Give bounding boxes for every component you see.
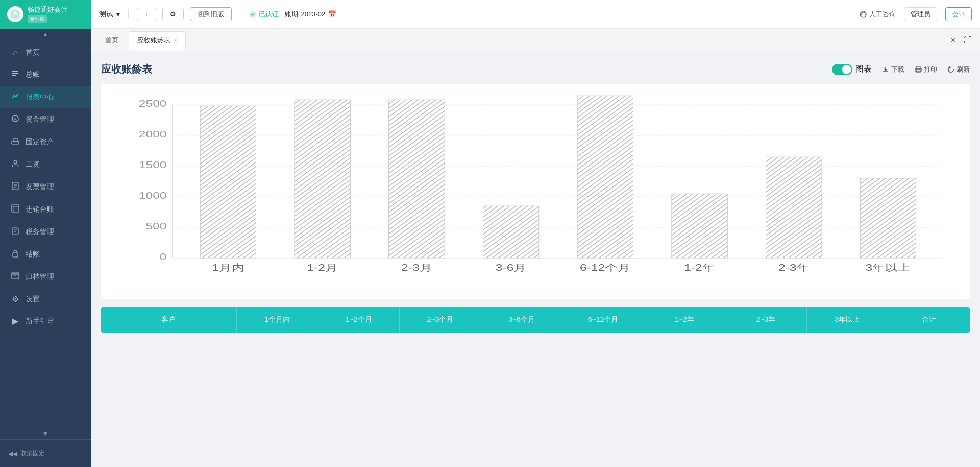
- topbar-divider-2: [240, 9, 240, 19]
- sidebar-nav: ⌂ 首页 总账 报表中心 ¥ 资金管理: [0, 40, 91, 428]
- sidebar-item-label-assets: 固定资产: [26, 137, 54, 147]
- sidebar-item-label-tax: 税务管理: [26, 227, 54, 237]
- download-btn[interactable]: 下载: [882, 65, 904, 74]
- sidebar-scroll-down[interactable]: ▼: [0, 428, 91, 439]
- refresh-btn[interactable]: 刷新: [947, 65, 970, 74]
- home-tab-label: 首页: [105, 36, 118, 45]
- col-1-2month: 1~2个月: [318, 307, 400, 333]
- sidebar-item-reports[interactable]: 报表中心: [0, 86, 91, 108]
- col-customer: 客户: [101, 307, 237, 333]
- wages-icon: [10, 159, 20, 170]
- sidebar-item-archive[interactable]: 归档管理: [0, 266, 91, 288]
- print-icon: [915, 66, 922, 73]
- sidebar-item-label-home: 首页: [26, 48, 40, 57]
- tab-home[interactable]: 首页: [97, 31, 127, 50]
- accountant-btn[interactable]: 会计: [945, 7, 972, 21]
- sidebar-item-closing[interactable]: 结账: [0, 243, 91, 266]
- table-container: 客户 1个月内 1~2个月 2~3个月 3~6个月 6~12个月 1~2年 2~…: [101, 307, 970, 333]
- old-version-btn[interactable]: 切到旧版: [190, 7, 232, 21]
- trade-icon: [10, 204, 20, 215]
- home-icon: ⌂: [10, 48, 20, 57]
- sidebar-item-label-guide: 新手引导: [26, 317, 54, 326]
- svg-point-1: [14, 11, 16, 13]
- toggle-track[interactable]: [832, 64, 852, 75]
- tab-close-icon[interactable]: ×: [174, 37, 177, 44]
- sidebar-item-wages[interactable]: 工资: [0, 153, 91, 176]
- settings-icon: ⚙: [10, 294, 20, 304]
- svg-text:500: 500: [145, 221, 166, 231]
- sidebar-item-tax[interactable]: 税务管理: [0, 221, 91, 243]
- bar-2-3month: [389, 100, 445, 258]
- topbar: 测试 ▾ + ⚙ 切到旧版 已认证 账期 2023-02 📅: [91, 0, 980, 29]
- col-1month: 1个月内: [237, 307, 318, 333]
- tab-close-btn[interactable]: ×: [949, 34, 958, 47]
- manager-btn[interactable]: 管理员: [904, 7, 937, 21]
- ar-aging-tab-label: 应收账龄表: [137, 36, 170, 45]
- sidebar-item-label-trade: 进销台账: [26, 205, 54, 214]
- sidebar-item-label-invoice: 发票管理: [26, 182, 54, 192]
- headset-icon: [859, 10, 867, 18]
- page-header: 应收账龄表 图表 下载: [101, 62, 970, 76]
- archive-icon: [10, 272, 20, 282]
- svg-text:1-2年: 1-2年: [684, 262, 715, 273]
- sidebar-item-assets[interactable]: 固定资产: [0, 131, 91, 153]
- tab-ar-aging[interactable]: 应收账龄表 ×: [129, 31, 186, 50]
- sidebar: 畅捷通好会计 专业版 ▲ ⌂ 首页 总账 报表中心: [0, 0, 91, 467]
- svg-rect-16: [12, 205, 19, 212]
- toggle-thumb: [842, 65, 851, 74]
- svg-text:1500: 1500: [139, 159, 167, 170]
- tab-expand-btn[interactable]: ⛶: [962, 34, 974, 47]
- sidebar-item-label-closing: 结账: [26, 250, 40, 259]
- bar-3year-plus: [860, 178, 916, 258]
- topbar-right: 人工咨询 管理员 会计: [859, 7, 972, 21]
- bar-6-12month: [577, 96, 633, 258]
- svg-rect-4: [12, 75, 16, 76]
- svg-text:1-2月: 1-2月: [307, 262, 338, 273]
- svg-point-5: [14, 95, 15, 97]
- shield-icon: [249, 10, 257, 18]
- svg-text:3-6月: 3-6月: [496, 262, 527, 273]
- svg-rect-2: [12, 71, 18, 72]
- sidebar-item-invoice[interactable]: 发票管理: [0, 176, 91, 198]
- sidebar-item-capital[interactable]: ¥ 资金管理: [0, 108, 91, 131]
- col-6-12month: 6~12个月: [562, 307, 644, 333]
- sidebar-scroll-up[interactable]: ▲: [0, 29, 91, 40]
- svg-text:¥: ¥: [13, 117, 16, 122]
- col-2-3month: 2~3个月: [400, 307, 481, 333]
- cancel-fixed-btn[interactable]: ◀◀ 取消固定: [0, 445, 91, 462]
- sidebar-item-ledger[interactable]: 总账: [0, 63, 91, 86]
- bar-1month: [200, 106, 256, 258]
- col-3year-plus: 3年以上: [807, 307, 889, 333]
- add-icon: +: [144, 10, 149, 18]
- chart-toggle[interactable]: 图表: [832, 64, 872, 75]
- sidebar-item-trade[interactable]: 进销台账: [0, 198, 91, 221]
- col-3-6month: 3~6个月: [481, 307, 563, 333]
- page-title: 应收账龄表: [101, 62, 152, 76]
- add-company-btn[interactable]: +: [137, 8, 156, 20]
- tax-icon: [10, 227, 20, 237]
- settings-btn[interactable]: ⚙: [162, 8, 184, 20]
- app-name-text: 畅捷通好会计 专业版: [28, 6, 67, 24]
- project-selector[interactable]: 测试 ▾: [99, 10, 120, 19]
- sidebar-item-label-archive: 归档管理: [26, 272, 54, 282]
- sidebar-item-label-reports: 报表中心: [26, 92, 54, 102]
- chart-container: 0 500 1000 1500 2000 2500 1月内: [101, 84, 970, 299]
- sidebar-item-home[interactable]: ⌂ 首页: [0, 42, 91, 63]
- app-logo-icon: [7, 6, 23, 22]
- sidebar-item-guide[interactable]: ▶ 新手引导: [0, 310, 91, 332]
- svg-text:2000: 2000: [139, 129, 167, 139]
- certified-badge: 已认证: [249, 10, 279, 19]
- svg-text:3年以上: 3年以上: [865, 262, 911, 273]
- chart-area: 0 500 1000 1500 2000 2500 1月内: [116, 95, 954, 289]
- support-btn[interactable]: 人工咨询: [859, 10, 896, 19]
- capital-icon: ¥: [10, 114, 20, 125]
- svg-rect-28: [865, 14, 866, 15]
- print-btn[interactable]: 打印: [915, 65, 937, 74]
- svg-text:2500: 2500: [139, 98, 167, 109]
- sidebar-item-settings[interactable]: ⚙ 设置: [0, 288, 91, 310]
- svg-point-6: [15, 96, 17, 98]
- bar-1-2year: [672, 194, 727, 258]
- table-header: 客户 1个月内 1~2个月 2~3个月 3~6个月 6~12个月 1~2年 2~…: [101, 307, 970, 333]
- calendar-icon[interactable]: 📅: [328, 10, 336, 18]
- bar-3-6month: [483, 206, 538, 258]
